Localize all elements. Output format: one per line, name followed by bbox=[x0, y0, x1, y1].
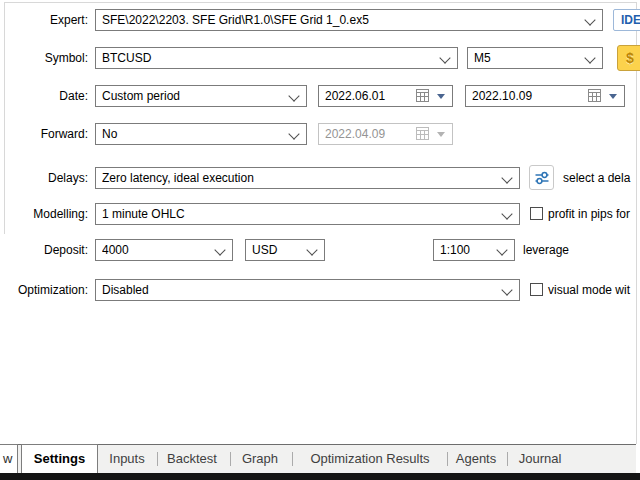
tab-separator bbox=[157, 452, 158, 466]
optimization-value: Disabled bbox=[102, 280, 499, 300]
panel-left-border bbox=[4, 2, 5, 234]
ide-button[interactable]: IDE bbox=[613, 9, 640, 31]
optimization-combobox[interactable]: Disabled bbox=[95, 279, 520, 301]
tab-settings-label: Settings bbox=[34, 451, 85, 466]
date-mode-combobox[interactable]: Custom period bbox=[95, 85, 307, 107]
dropdown-arrow-icon bbox=[437, 94, 445, 99]
chevron-down-icon bbox=[584, 14, 595, 25]
deposit-label: Deposit: bbox=[0, 239, 88, 261]
modelling-value: 1 minute OHLC bbox=[102, 204, 499, 224]
expert-combobox[interactable]: SFE\2022\2203. SFE Grid\R1.0\SFE Grid 1_… bbox=[95, 9, 603, 31]
forward-date-picker: 2022.04.09 bbox=[318, 123, 453, 145]
delay-settings-button[interactable] bbox=[529, 165, 554, 190]
calendar-icon bbox=[588, 89, 601, 102]
modelling-label: Modelling: bbox=[0, 203, 88, 225]
tab-inputs[interactable]: Inputs bbox=[109, 445, 144, 473]
expert-label: Expert: bbox=[0, 9, 88, 31]
optimization-label: Optimization: bbox=[0, 279, 88, 301]
calendar-icon bbox=[416, 127, 429, 140]
chevron-down-icon bbox=[288, 128, 299, 139]
modelling-combobox[interactable]: 1 minute OHLC bbox=[95, 203, 520, 225]
chevron-down-icon bbox=[439, 52, 450, 63]
dollar-icon: $ bbox=[626, 50, 634, 66]
symbol-combobox[interactable]: BTCUSD bbox=[95, 47, 458, 69]
dropdown-arrow-icon bbox=[609, 94, 617, 99]
leverage-label: leverage bbox=[523, 239, 569, 261]
tab-separator bbox=[292, 452, 293, 466]
delays-hint-text: select a dela bbox=[563, 167, 630, 189]
deposit-amount-value: 4000 bbox=[102, 240, 212, 260]
tab-partial-overview[interactable]: w bbox=[0, 444, 18, 473]
tab-separator bbox=[507, 452, 508, 466]
chevron-down-icon bbox=[306, 244, 317, 255]
ide-button-label: IDE bbox=[621, 13, 640, 27]
tab-optimization-results[interactable]: Optimization Results bbox=[310, 445, 429, 473]
strategy-tester-settings-panel: Expert: SFE\2022\2203. SFE Grid\R1.0\SFE… bbox=[0, 0, 640, 480]
sliders-icon bbox=[534, 170, 550, 189]
profit-in-pips-checkbox[interactable] bbox=[530, 207, 543, 220]
chevron-down-icon bbox=[288, 90, 299, 101]
tab-journal[interactable]: Journal bbox=[519, 445, 562, 473]
symbol-properties-button[interactable]: $ bbox=[617, 45, 640, 71]
tab-agents[interactable]: Agents bbox=[456, 445, 496, 473]
chevron-down-icon bbox=[496, 244, 507, 255]
visual-mode-label: visual mode wit bbox=[548, 279, 630, 301]
chevron-down-icon bbox=[214, 244, 225, 255]
tab-settings[interactable]: Settings bbox=[21, 444, 98, 473]
delays-combobox[interactable]: Zero latency, ideal execution bbox=[95, 167, 520, 189]
tab-separator bbox=[230, 452, 231, 466]
tab-partial-label: w bbox=[3, 451, 12, 466]
delays-value: Zero latency, ideal execution bbox=[102, 168, 499, 188]
calendar-icon bbox=[416, 89, 429, 102]
deposit-currency-value: USD bbox=[252, 240, 304, 260]
deposit-amount-combobox[interactable]: 4000 bbox=[95, 239, 233, 261]
dropdown-arrow-icon bbox=[437, 132, 445, 137]
date-to-picker[interactable]: 2022.10.09 bbox=[465, 85, 625, 107]
expert-value: SFE\2022\2203. SFE Grid\R1.0\SFE Grid 1_… bbox=[102, 10, 582, 30]
date-from-picker[interactable]: 2022.06.01 bbox=[318, 85, 453, 107]
forward-mode-combobox[interactable]: No bbox=[95, 123, 307, 145]
symbol-value: BTCUSD bbox=[102, 48, 437, 68]
delays-label: Delays: bbox=[0, 167, 88, 189]
visual-mode-checkbox[interactable] bbox=[530, 283, 543, 296]
tester-tab-bar: w Settings Inputs Backtest Graph Optimiz… bbox=[0, 444, 636, 473]
leverage-value: 1:100 bbox=[440, 240, 494, 260]
forward-mode-value: No bbox=[102, 124, 286, 144]
chevron-down-icon bbox=[501, 284, 512, 295]
period-combobox[interactable]: M5 bbox=[467, 47, 603, 69]
forward-label: Forward: bbox=[0, 123, 88, 145]
date-mode-value: Custom period bbox=[102, 86, 286, 106]
symbol-label: Symbol: bbox=[0, 47, 88, 69]
window-bottom-edge bbox=[0, 473, 640, 480]
forward-date-value: 2022.04.09 bbox=[325, 124, 408, 144]
profit-in-pips-label: profit in pips for bbox=[548, 203, 630, 225]
leverage-combobox[interactable]: 1:100 bbox=[433, 239, 515, 261]
chevron-down-icon bbox=[501, 172, 512, 183]
chevron-down-icon bbox=[501, 208, 512, 219]
chevron-down-icon bbox=[584, 52, 595, 63]
tab-backtest[interactable]: Backtest bbox=[167, 445, 217, 473]
tab-graph[interactable]: Graph bbox=[242, 445, 278, 473]
date-to-value: 2022.10.09 bbox=[472, 86, 580, 106]
panel-top-border bbox=[4, 2, 636, 3]
date-from-value: 2022.06.01 bbox=[325, 86, 408, 106]
period-value: M5 bbox=[474, 48, 582, 68]
date-label: Date: bbox=[0, 85, 88, 107]
deposit-currency-combobox[interactable]: USD bbox=[245, 239, 325, 261]
tab-separator bbox=[447, 452, 448, 466]
